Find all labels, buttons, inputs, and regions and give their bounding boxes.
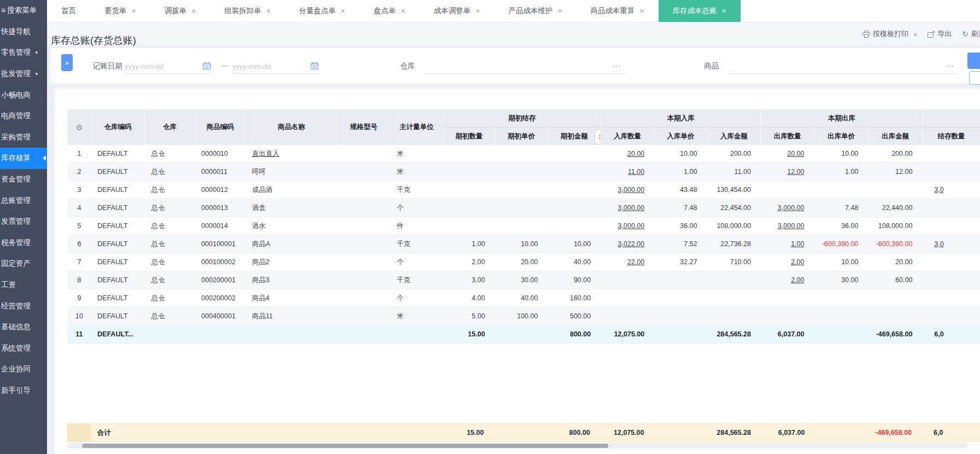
column-header[interactable]: 期初金额▲▼: [548, 127, 601, 145]
sidebar-item[interactable]: 小畅电商: [0, 84, 47, 106]
close-icon[interactable]: ×: [722, 7, 726, 15]
sidebar-item[interactable]: 总账管理: [0, 190, 47, 211]
close-icon[interactable]: ×: [341, 7, 345, 15]
sidebar-item[interactable]: 经营管理: [0, 295, 47, 317]
sidebar-item[interactable]: 采购管理: [0, 127, 47, 148]
column-header[interactable]: 主计量单位: [390, 109, 443, 145]
cell-link[interactable]: 3,000.00: [618, 204, 644, 212]
column-header[interactable]: 出库单价: [814, 127, 868, 145]
sidebar-item[interactable]: 库存核算: [0, 148, 47, 169]
column-header[interactable]: 商品名称: [245, 109, 337, 145]
sidebar-item[interactable]: 税务管理: [0, 232, 47, 254]
column-header[interactable]: 期初数量: [443, 127, 495, 145]
collapse-filters-button[interactable]: »: [61, 54, 73, 71]
cell-link[interactable]: 3,0: [934, 186, 943, 194]
column-header[interactable]: 规格型号: [337, 109, 390, 145]
cell-link[interactable]: 1.00: [791, 240, 804, 248]
column-sort-spinner[interactable]: ▲▼: [595, 129, 601, 144]
calendar-icon[interactable]: [310, 62, 319, 72]
column-header[interactable]: 结存数量: [922, 127, 980, 145]
tab[interactable]: 库存成本总账×: [659, 0, 741, 22]
tab[interactable]: 分量盘点单×: [285, 0, 360, 22]
cell-link[interactable]: 2.00: [791, 258, 804, 266]
product-input[interactable]: [728, 60, 958, 72]
close-icon[interactable]: ×: [401, 7, 405, 15]
horizontal-scrollbar[interactable]: [67, 443, 968, 449]
tab[interactable]: 调拨单×: [150, 0, 210, 22]
sidebar-item[interactable]: 电商管理: [0, 106, 47, 127]
tab[interactable]: 产品成本维护×: [494, 0, 576, 22]
calendar-icon[interactable]: [203, 62, 211, 72]
sidebar-item[interactable]: 资金管理: [0, 169, 47, 190]
cell-link[interactable]: 22.00: [627, 258, 644, 266]
sidebar-item[interactable]: 系统管理: [0, 338, 47, 359]
cell-link[interactable]: 12.00: [787, 168, 804, 176]
column-header[interactable]: 仓库编码: [91, 109, 144, 145]
chevron-down-icon[interactable]: ∨: [913, 31, 917, 37]
column-settings-button[interactable]: ⚙: [68, 109, 91, 145]
cell-link[interactable]: 11.00: [628, 168, 644, 176]
cell-link[interactable]: 20.00: [627, 150, 644, 158]
table-cell: [337, 253, 390, 271]
export-button[interactable]: 导出: [928, 29, 952, 39]
row-number: 8: [68, 271, 91, 289]
tab[interactable]: 组装拆卸单×: [210, 0, 285, 22]
product-picker-button[interactable]: ⋯: [946, 61, 954, 71]
column-header[interactable]: 期初单价: [495, 127, 548, 145]
sidebar-item[interactable]: 固定资产: [0, 253, 47, 275]
start-date-input[interactable]: [125, 60, 212, 72]
column-header[interactable]: 入库金额: [707, 127, 761, 145]
reset-button[interactable]: [969, 71, 980, 85]
table-cell: [548, 163, 601, 181]
tab[interactable]: 盘点单×: [360, 0, 420, 22]
sidebar-item[interactable]: 发票管理: [0, 211, 47, 232]
table-cell: -469,658.00: [868, 325, 922, 344]
tab[interactable]: 成本调整单×: [419, 0, 494, 22]
column-header[interactable]: 入库单价: [654, 127, 707, 145]
table-cell: -600,390.00: [868, 235, 922, 253]
cell-link[interactable]: 2.00: [791, 276, 804, 284]
sidebar-item-label: 零售管理: [1, 48, 31, 57]
cell-link[interactable]: 3,000.00: [778, 204, 805, 212]
scrollbar-thumb[interactable]: [82, 444, 608, 448]
column-header[interactable]: 出库金额: [868, 127, 922, 145]
table-cell: 呵呵: [245, 163, 337, 181]
close-icon[interactable]: ×: [558, 7, 562, 15]
cell-link[interactable]: 3,000.00: [618, 186, 644, 194]
sidebar-item[interactable]: 基础信息: [0, 317, 47, 338]
table-cell: 商品4: [245, 289, 337, 307]
sidebar-item[interactable]: 批发管理▼: [0, 63, 47, 85]
refresh-button[interactable]: ↻ 刷新: [962, 29, 980, 39]
print-by-template-button[interactable]: 按模板打印 ∨: [862, 29, 917, 39]
column-header[interactable]: 商品编码: [195, 109, 245, 145]
cell-link[interactable]: 3,000.00: [778, 222, 805, 230]
cell-link[interactable]: 20.00: [787, 150, 804, 158]
sidebar-item[interactable]: 新手引导: [0, 380, 47, 401]
tab[interactable]: 首页: [47, 0, 90, 22]
close-icon[interactable]: ×: [191, 7, 196, 15]
tab[interactable]: 要货单×: [90, 0, 150, 22]
column-header[interactable]: 出库数量: [761, 127, 814, 145]
close-icon[interactable]: ×: [132, 7, 136, 15]
cell-link[interactable]: 3,000.00: [618, 222, 644, 230]
sidebar-item[interactable]: ≡搜索菜单: [0, 0, 47, 21]
warehouse-picker-button[interactable]: ⋯: [612, 61, 621, 71]
close-icon[interactable]: ×: [639, 7, 644, 15]
warehouse-input[interactable]: [424, 60, 624, 72]
cell-link[interactable]: 3,022.00: [618, 240, 644, 248]
column-header[interactable]: 仓库: [145, 109, 195, 145]
cell-link[interactable]: 直出直入: [252, 150, 279, 158]
sidebar-item[interactable]: 工资: [0, 275, 47, 296]
sidebar-item[interactable]: 快捷导航: [0, 21, 47, 43]
column-header[interactable]: 入库数量: [601, 127, 654, 145]
chevron-down-icon: ▼: [34, 72, 39, 77]
sidebar-item[interactable]: 企业协同: [0, 359, 47, 380]
search-button[interactable]: [967, 53, 980, 69]
cell-link[interactable]: 3,0: [934, 240, 943, 248]
end-date-input[interactable]: [232, 60, 320, 72]
table-cell: [868, 289, 922, 307]
close-icon[interactable]: ×: [476, 7, 480, 15]
tab[interactable]: 商品成本重算×: [576, 0, 658, 22]
close-icon[interactable]: ×: [266, 7, 271, 15]
sidebar-item[interactable]: 零售管理▼: [0, 42, 47, 63]
